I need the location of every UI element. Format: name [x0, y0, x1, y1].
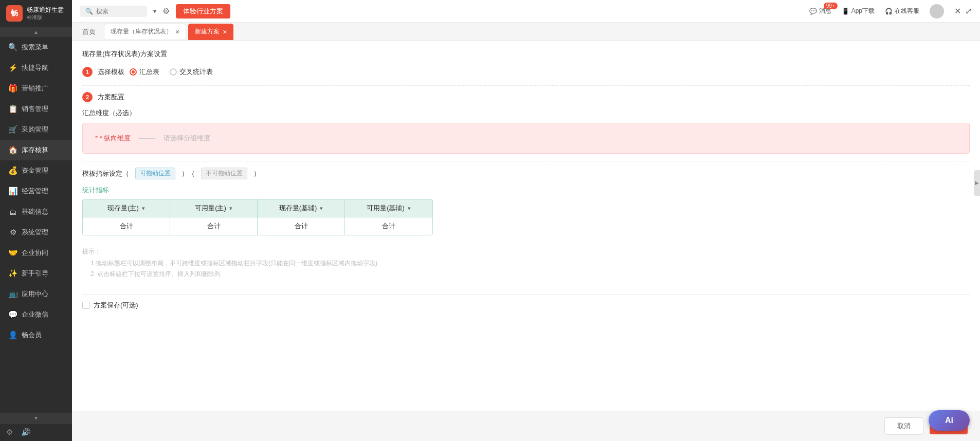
col3-dropdown-icon[interactable]: ▾ — [320, 205, 323, 212]
step1-title: 选择模板 — [98, 67, 124, 77]
avatar[interactable] — [930, 4, 944, 19]
sidebar-item-member[interactable]: 👤 畅会员 — [0, 325, 72, 345]
page-content: 现存量(库存状况表)方案设置 1 选择模板 汇总表 — [72, 41, 980, 324]
sidebar-item-wechat[interactable]: 💬 企业微信 — [0, 304, 72, 325]
stat-table-header: 现存量(主) ▾ 可用量(主) ▾ — [83, 199, 432, 217]
col2-dropdown-icon[interactable]: ▾ — [229, 205, 232, 212]
finance-icon: 💰 — [8, 166, 17, 175]
content-area: 现存量(库存状况表)方案设置 1 选择模板 汇总表 — [72, 41, 980, 411]
dimension-area[interactable]: * * 纵向维度 —— 请选择分组维度 — [82, 123, 970, 154]
info-icon: 🗂 — [8, 207, 17, 216]
business-icon: 📊 — [8, 187, 17, 196]
page-title: 现存量(库存状况表)方案设置 — [82, 49, 970, 59]
tab-home[interactable]: 首页 — [76, 24, 102, 40]
stat-table-body: 合计 合计 合计 合计 — [83, 217, 432, 235]
tab-inventory-status[interactable]: 现存量（库存状况表） × — [104, 24, 186, 40]
tips-title: 提示： — [82, 247, 970, 256]
sidebar-item-marketing[interactable]: 🎁 营销推广 — [0, 78, 72, 99]
sidebar-scroll-up[interactable]: ▲ — [0, 27, 72, 37]
sidebar-item-app-center[interactable]: 📺 应用中心 — [0, 284, 72, 304]
sidebar-item-search[interactable]: 🔍 搜索菜单 — [0, 37, 72, 58]
radio-summary[interactable]: 汇总表 — [130, 67, 159, 77]
sidebar-item-guide[interactable]: ✨ 新手引导 — [0, 263, 72, 284]
sidebar-scroll-down[interactable]: ▼ — [0, 413, 72, 423]
stat-col-4: 可用量(基辅) ▾ — [345, 199, 432, 217]
step1-header: 1 选择模板 汇总表 交叉统计表 — [82, 67, 970, 77]
ai-float-button[interactable]: Ai — [929, 410, 970, 431]
sidebar-item-business[interactable]: 📊 经营管理 — [0, 181, 72, 201]
step2-section: 2 方案配置 汇总维度（必选） * * 纵向维度 —— 请选择分组维度 — [82, 92, 970, 286]
chevron-down-icon: ▾ — [153, 8, 156, 15]
divider-1 — [82, 85, 970, 86]
speaker-icon[interactable]: 🔊 — [21, 428, 31, 437]
sidebar-footer: ⚙ 🔊 — [0, 423, 72, 441]
sidebar-logo: 畅 畅康通好生意 标准版 — [0, 0, 72, 27]
stat-cell-4: 合计 — [345, 217, 432, 235]
logo-text: 畅康通好生意 标准版 — [27, 6, 64, 22]
stat-col-1-header: 现存量(主) ▾ — [83, 199, 170, 217]
sidebar-item-collab[interactable]: 🤝 企业协同 — [0, 243, 72, 263]
tips-section: 提示： 1.拖动标题栏可以调整布局，不可跨维度或指标区域拖动栏目字段(只能在同一… — [82, 242, 970, 286]
app-download-item[interactable]: 📱 App下载 — [842, 7, 875, 15]
stat-col-3: 现存量(基辅) ▾ — [258, 199, 345, 217]
save-scheme-label: 方案保存(可选) — [94, 301, 138, 310]
message-icon: 💬 — [809, 8, 817, 15]
tab-close-new-scheme[interactable]: × — [223, 28, 227, 35]
stat-cell-2: 合计 — [170, 217, 258, 235]
sidebar-item-purchase[interactable]: 🛒 采购管理 — [0, 119, 72, 140]
stat-col-2-header: 可用量(主) ▾ — [170, 199, 257, 217]
online-service-item[interactable]: 🎧 在线客服 — [885, 7, 919, 15]
download-icon: 📱 — [842, 8, 849, 15]
stat-table: 现存量(主) ▾ 可用量(主) ▾ — [82, 199, 433, 235]
col4-dropdown-icon[interactable]: ▾ — [408, 205, 411, 212]
bottom-bar: 取消 查询 — [72, 411, 980, 441]
top-search-box[interactable]: 🔍 — [80, 6, 147, 17]
sidebar-item-nav[interactable]: ⚡ 快捷导航 — [0, 58, 72, 78]
sidebar-item-sales[interactable]: 📋 销售管理 — [0, 99, 72, 119]
settings-icon[interactable]: ⚙ — [6, 428, 13, 437]
guide-icon: ✨ — [8, 269, 17, 278]
expand-icon[interactable]: ⤢ — [965, 6, 972, 16]
gear-icon[interactable]: ⚙ — [162, 6, 170, 16]
dimension-arrow: —— — [139, 134, 155, 143]
app-center-icon: 📺 — [8, 289, 17, 299]
save-scheme-checkbox[interactable] — [82, 302, 89, 309]
system-icon: ⚙ — [8, 228, 17, 237]
search-input[interactable] — [96, 8, 137, 15]
top-dropdown[interactable]: ▾ — [153, 8, 156, 15]
trial-btn[interactable]: 体验行业方案 — [176, 4, 230, 19]
sales-icon: 📋 — [8, 104, 17, 114]
indicator-settings: 模板指标设定（ 可拖动位置 ）（ 不可拖动位置 ） — [82, 168, 970, 179]
save-scheme: 方案保存(可选) — [82, 294, 970, 316]
template-radio-group: 汇总表 交叉统计表 — [130, 67, 213, 77]
cancel-button[interactable]: 取消 — [884, 417, 923, 435]
sidebar-item-basic-info[interactable]: 🗂 基础信息 — [0, 201, 72, 222]
radio-cross[interactable]: 交叉统计表 — [170, 67, 213, 77]
message-item[interactable]: 💬 消息 99+ — [809, 7, 831, 15]
col1-dropdown-icon[interactable]: ▾ — [142, 205, 145, 212]
dimension-placeholder: 请选择分组维度 — [164, 134, 210, 143]
agg-dimension-label: 汇总维度（必选） — [82, 108, 970, 118]
step1-number: 1 — [82, 67, 93, 77]
step1-section: 1 选择模板 汇总表 交叉统计表 — [82, 67, 970, 77]
member-icon: 👤 — [8, 330, 17, 340]
step2-title: 方案配置 — [98, 93, 124, 102]
radio-cross-circle — [170, 68, 177, 76]
step2-number: 2 — [82, 92, 93, 102]
close-icon[interactable]: ✕ — [954, 6, 961, 16]
stat-col-4-header: 可用量(基辅) ▾ — [345, 199, 432, 217]
radio-summary-circle — [130, 68, 137, 76]
right-edge-expand-btn[interactable]: ▶ — [974, 170, 980, 196]
top-bar-right: 💬 消息 99+ 📱 App下载 🎧 在线客服 — [809, 4, 944, 19]
window-controls: ✕ ⤢ — [954, 6, 972, 16]
tab-close-inventory[interactable]: × — [175, 28, 179, 35]
tab-bar: 首页 现存量（库存状况表） × 新建方案 × — [72, 23, 980, 41]
sidebar-item-inventory[interactable]: 🏠 库存核算 — [0, 140, 72, 160]
sidebar-nav: 🔍 搜索菜单 ⚡ 快捷导航 🎁 营销推广 📋 销售管理 🛒 采购管理 🏠 库存核… — [0, 37, 72, 413]
sidebar-item-finance[interactable]: 💰 资金管理 — [0, 160, 72, 181]
stat-label: 统计指标 — [82, 186, 970, 195]
sidebar-item-system[interactable]: ⚙ 系统管理 — [0, 222, 72, 243]
sidebar: 畅 畅康通好生意 标准版 ▲ 🔍 搜索菜单 ⚡ 快捷导航 🎁 营销推广 📋 销售… — [0, 0, 72, 441]
indicator-badge-non-draggable: 不可拖动位置 — [201, 168, 247, 179]
tab-new-scheme[interactable]: 新建方案 × — [188, 24, 233, 40]
